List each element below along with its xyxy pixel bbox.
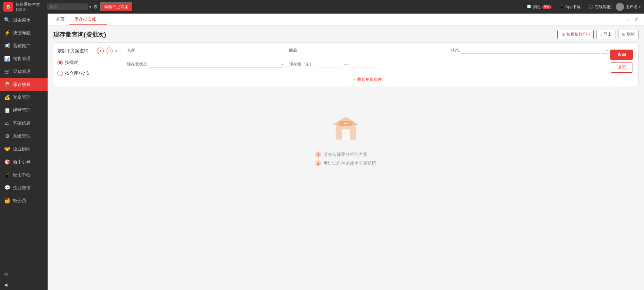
scheme-dot-warehouse	[57, 71, 63, 76]
scheme-panel: 按以下方案查询 + ⊙ « 按批次	[53, 43, 121, 87]
system-icon: ⚙	[4, 133, 10, 139]
sidebar-apps-label: 应用中心	[13, 172, 31, 178]
messages-label: 消息	[533, 4, 541, 10]
filter-row-2: 现存量状态 ▾ 现存量（主）	[127, 61, 608, 68]
app-download-nav-item[interactable]: 📱 App下载	[556, 3, 583, 11]
page-header: 现存量查询(按批次) 🖨 按模板打印 ▾ ↓ 导出 ↻ 刷新	[53, 30, 639, 39]
sidebar-sales-label: 销售管理	[13, 56, 31, 62]
scheme-collapse-button[interactable]: «	[115, 49, 117, 53]
tip-text-2: 用过滤条件来缩小分析范围	[323, 160, 376, 166]
messages-nav-item[interactable]: 💬 消息 99+	[524, 3, 554, 11]
topbar-gear-icon[interactable]: ⚙	[91, 3, 100, 11]
wechat-icon: 💬	[4, 185, 10, 191]
sidebar-item-sales[interactable]: 📊 销售管理	[0, 52, 48, 65]
topbar-nav: 💬 消息 99+ 📱 App下载 🎧 在线客服 用户名 ▾	[524, 3, 641, 11]
global-search-input[interactable]	[47, 3, 88, 10]
status-label: 状态	[451, 48, 459, 53]
scheme-item-warehouse-batch[interactable]: 按仓库+批次	[53, 68, 121, 79]
sidebar-item-inventory[interactable]: 📦 库存核算	[0, 78, 48, 91]
sidebar-marketing-label: 营销推广	[13, 43, 31, 49]
tab-inventory-batch[interactable]: 库存批次账 ×	[69, 14, 107, 25]
print-icon: 🖨	[561, 32, 565, 37]
filter-row-1: 仓库 ··· 商品 ···	[127, 47, 608, 54]
dropdown-chevron-icon[interactable]: ▾	[89, 4, 91, 10]
stock-qty-max-input[interactable]	[350, 61, 377, 68]
sidebar-item-apps[interactable]: 📱 应用中心	[0, 168, 48, 181]
scheme-settings-button[interactable]: ⊙	[106, 48, 113, 54]
sidebar-item-enterprise[interactable]: 🤝 企业协同	[0, 143, 48, 156]
settings-icon: ⚙	[4, 272, 8, 277]
template-print-button[interactable]: 🖨 按模板打印 ▾	[557, 30, 594, 39]
sidebar-guide-label: 新手引导	[13, 159, 31, 165]
product-input[interactable]	[299, 47, 440, 54]
sidebar-search-label: 搜索菜单	[13, 17, 31, 23]
sidebar-member-label: 畅会员	[13, 198, 26, 204]
app-edition: 标准版	[16, 7, 41, 12]
headset-icon: 🎧	[588, 4, 593, 9]
sidebar-item-wechat[interactable]: 💬 企业微信	[0, 181, 48, 194]
filter-product-group: 商品 ···	[289, 47, 446, 54]
page-header-actions: 🖨 按模板打印 ▾ ↓ 导出 ↻ 刷新	[557, 30, 639, 39]
trial-button[interactable]: 体验行业方案	[100, 2, 133, 12]
refresh-button[interactable]: ↻ 刷新	[618, 30, 639, 39]
sidebar-item-purchase[interactable]: 🛒 采购管理	[0, 65, 48, 78]
finance-icon: 💰	[4, 94, 10, 101]
online-service-nav-item[interactable]: 🎧 在线客服	[586, 3, 614, 11]
empty-tip-1: 1 请先选择要分析的方案	[315, 151, 376, 158]
sidebar-item-operations[interactable]: 📋 经营管理	[0, 104, 48, 117]
export-button[interactable]: ↓ 导出	[596, 30, 615, 39]
stock-qty-min-input[interactable]	[316, 61, 343, 68]
app-logo: B	[3, 2, 13, 12]
messages-badge: 99+	[542, 5, 552, 9]
page-content: 现存量查询(按批次) 🖨 按模板打印 ▾ ↓ 导出 ↻ 刷新	[48, 26, 644, 290]
query-button[interactable]: 查询	[610, 50, 633, 60]
stock-status-chevron-icon: ▾	[282, 62, 284, 66]
phone-icon: 📱	[559, 4, 564, 9]
apps-icon: 📱	[4, 172, 10, 178]
scheme-header: 按以下方案查询 + ⊙ «	[53, 46, 121, 57]
sidebar-basic-label: 基础信息	[13, 120, 31, 126]
collapse-icon: ◀	[4, 282, 7, 287]
search-icon: 🔍	[4, 17, 10, 23]
sidebar-collapse-item[interactable]: ◀	[0, 279, 48, 290]
filter-warehouse-group: 仓库 ···	[127, 47, 284, 54]
sidebar-item-guide[interactable]: 🎯 新手引导	[0, 156, 48, 168]
sidebar-item-basic[interactable]: 🗂 基础信息	[0, 117, 48, 130]
page-title: 现存量查询(按批次)	[53, 31, 106, 39]
main-layout: 🔍 搜索菜单 ⚡ 快捷导航 📢 营销推广 📊 销售管理 🛒 采购管理 📦 库存核…	[0, 14, 644, 290]
product-more-icon[interactable]: ···	[442, 48, 446, 53]
warehouse-input[interactable]	[137, 47, 277, 54]
tab-expand-icon[interactable]: ⊞	[633, 17, 641, 23]
stock-status-select[interactable]: ▾	[149, 61, 284, 68]
sidebar-settings-item[interactable]: ⚙	[0, 269, 48, 279]
settings-button[interactable]: 设置	[611, 62, 632, 73]
refresh-icon: ↻	[622, 32, 625, 37]
filter-collapse-label: 收起更多条件	[357, 77, 382, 83]
tab-bar: 首页 库存批次账 × ✕ ⊞	[48, 14, 644, 26]
tip-text-1: 请先选择要分析的方案	[323, 151, 368, 158]
user-area[interactable]: 用户名 ▾	[616, 3, 641, 11]
sidebar-item-system[interactable]: ⚙ 系统管理	[0, 130, 48, 143]
filter-collapse-button[interactable]: ∧ 收起更多条件	[127, 77, 608, 83]
sidebar-bottom: ⚙ ◀	[0, 269, 48, 290]
tab-close-panel-icon[interactable]: ✕	[624, 17, 632, 23]
basic-icon: 🗂	[4, 120, 10, 126]
scheme-add-button[interactable]: +	[97, 48, 104, 54]
product-label: 商品	[289, 48, 297, 53]
status-select[interactable]: ▾	[461, 48, 608, 54]
sidebar-enterprise-label: 企业协同	[13, 146, 31, 152]
empty-tip-2: 2 用过滤条件来缩小分析范围	[315, 160, 376, 166]
scheme-item-warehouse-batch-label: 按仓库+批次	[65, 70, 90, 76]
sidebar-item-quick-nav[interactable]: ⚡ 快捷导航	[0, 26, 48, 39]
warehouse-more-icon[interactable]: ···	[279, 48, 284, 53]
member-icon: 👑	[4, 198, 10, 204]
sidebar-item-member[interactable]: 👑 畅会员	[0, 194, 48, 207]
scheme-item-batch[interactable]: 按批次	[53, 57, 121, 68]
tab-close-icon[interactable]: ×	[98, 17, 102, 22]
tab-home[interactable]: 首页	[51, 14, 69, 25]
sidebar-item-search[interactable]: 🔍 搜索菜单	[0, 14, 48, 26]
sidebar-item-finance[interactable]: 💰 资金管理	[0, 91, 48, 104]
sidebar-item-marketing[interactable]: 📢 营销推广	[0, 39, 48, 52]
sidebar-operations-label: 经营管理	[13, 107, 31, 113]
tip-num-1: 1	[315, 151, 321, 158]
